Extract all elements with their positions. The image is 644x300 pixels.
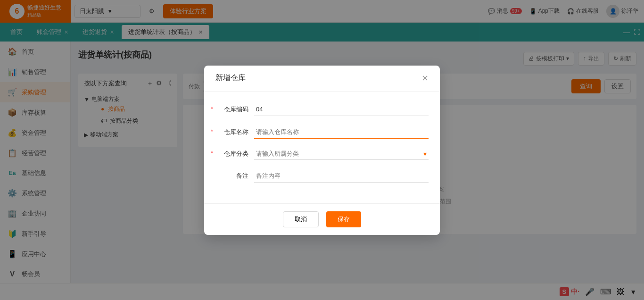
dialog-header: 新增仓库 ✕ [204,66,440,92]
dialog-body: 仓库编码 仓库名称 仓库分类 ▾ 备注 [204,92,440,203]
form-row-note: 备注 [215,169,429,183]
name-input[interactable] [254,125,429,139]
form-row-category: 仓库分类 ▾ [215,148,429,160]
new-warehouse-dialog: 新增仓库 ✕ 仓库编码 仓库名称 仓库分类 ▾ [204,66,440,235]
dialog-close-btn[interactable]: ✕ [421,73,429,83]
save-btn[interactable]: 保存 [326,211,361,227]
note-label: 备注 [215,172,248,180]
code-input[interactable] [254,103,429,116]
form-row-code: 仓库编码 [215,103,429,116]
category-label: 仓库分类 [215,150,248,158]
name-label: 仓库名称 [215,128,248,136]
category-chevron-icon: ▾ [423,150,427,158]
code-label: 仓库编码 [215,105,248,114]
dialog-title: 新增仓库 [215,73,246,83]
cancel-btn[interactable]: 取消 [283,211,319,227]
form-row-name: 仓库名称 [215,125,429,139]
category-input[interactable] [256,150,423,157]
note-input[interactable] [254,169,429,183]
modal-overlay[interactable]: 新增仓库 ✕ 仓库编码 仓库名称 仓库分类 ▾ [0,0,644,300]
category-select-wrap[interactable]: ▾ [254,148,429,160]
dialog-footer: 取消 保存 [204,203,440,235]
